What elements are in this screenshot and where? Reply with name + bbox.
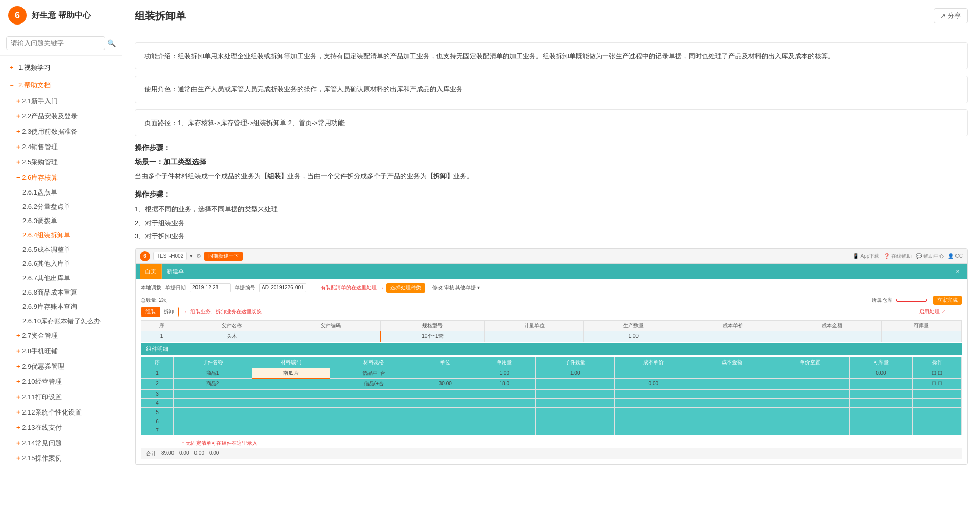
sidebar-item-dataprep[interactable]: 2.3使用前数据准备 [0, 124, 122, 139]
mock-bottom-row5: 5 [141, 407, 962, 417]
mock-footer-bar: 合计 89.00 0.00 0.00 0.00 [141, 448, 962, 459]
operation-steps-label: 操作步骤： [135, 190, 968, 199]
sidebar-item-assembly[interactable]: 2.6.4组装拆卸单 [0, 228, 122, 242]
mock-bottom-row4: 4 [141, 398, 962, 407]
page-title: 组装拆卸单 [135, 9, 186, 23]
mock-date-input[interactable]: 2019-12-28 [190, 283, 231, 292]
sidebar-item-coupon[interactable]: 2.9优惠券管理 [0, 359, 122, 374]
search-input[interactable] [6, 36, 105, 50]
share-icon: ↗ [940, 12, 946, 20]
mock-top-table-row1: 1 关木 10个~1套 1.00 [141, 331, 962, 342]
mock-component-section-title: 组件明细 [141, 343, 962, 355]
sidebar-item-video[interactable]: 1.视频学习 [0, 60, 122, 76]
main-content: 功能介绍：组装拆卸单用来处理企业组装或拆卸等加工业务，支持有固定装配清单的产品加… [122, 32, 980, 510]
sidebar-item-newbie[interactable]: 2.1新手入门 [0, 93, 122, 109]
mock-top-table-header-cost: 成本单价 [683, 320, 782, 331]
mock-warehouse-input[interactable] [896, 299, 927, 302]
steps-heading: 操作步骤： [135, 143, 968, 153]
nav-sub-items-help: 2.1新手入门 2.2产品安装及登录 2.3使用前数据准备 2.4销售管理 2.… [0, 93, 122, 466]
mock-top-table: 序 父件名称 父件编码 规格型号 计量单位 生产数量 成本单价 成本金额 可库量 [141, 320, 962, 342]
mock-docno-label: 单据编号 [235, 284, 255, 292]
sidebar-item-payment[interactable]: 2.13在线支付 [0, 420, 122, 435]
mock-bottom-table: 序 子件名称 材料编码 材料规格 单位 单用量 子件数量 成本单价 成本金额 [141, 357, 962, 435]
mock-support-icon: 💬 帮助中心 [916, 253, 944, 260]
sidebar-item-sales[interactable]: 2.4销售管理 [0, 139, 122, 155]
nav-section-help: 2.帮助文档 2.1新手入门 2.2产品安装及登录 2.3使用前数据准备 2.4… [0, 77, 122, 466]
step1: 1、根据不同的业务，选择不同单据的类型来处理 [135, 203, 968, 216]
step3: 3、对于拆卸业务 [135, 230, 968, 243]
scenario1-desc: 当由多个子件材料组装成一个成品的业务为【组装】业务，当由一个父件拆分成多个子产品… [135, 170, 968, 183]
mock-app: 6 TEST-H002 ▾ ⚙ 同期新建一下 📱 App下载 ❓ 在线帮助 💬 … [135, 249, 967, 464]
sidebar-item-purchase[interactable]: 2.5采购管理 [0, 155, 122, 170]
sidebar-item-mobile[interactable]: 2.8手机旺铺 [0, 344, 122, 359]
sidebar-item-cost-recalc[interactable]: 2.6.8商品成本重算 [0, 285, 122, 300]
sidebar-item-inventory[interactable]: 2.6库存核算 [0, 170, 122, 185]
plus-icon [8, 64, 15, 71]
app-title: 好生意 帮助中心 [32, 10, 91, 21]
mock-dropdown-icon: ▾ [190, 253, 193, 259]
sidebar-item-other-out[interactable]: 2.6.7其他出库单 [0, 271, 122, 285]
role-text: 使用角色：通常由生产人员或库管人员完成折装业务的操作，库管人员确认原材料的出库和… [144, 83, 958, 95]
step2: 2、对于组装业务 [135, 217, 968, 230]
mock-confirm-btn[interactable]: 立案完成 [933, 296, 962, 305]
sidebar-item-finance[interactable]: 2.7资金管理 [0, 328, 122, 344]
minus-icon [8, 82, 15, 89]
mock-process-btn[interactable]: 选择处理种类 [386, 283, 425, 293]
mock-bottom-table-wrapper: 序 子件名称 材料编码 材料规格 单位 单用量 子件数量 成本单价 成本金额 [141, 357, 962, 435]
screenshot-container: 6 TEST-H002 ▾ ⚙ 同期新建一下 📱 App下载 ❓ 在线帮助 💬 … [135, 248, 968, 465]
sidebar-item-transfer[interactable]: 2.6.3调拨单 [0, 214, 122, 228]
mock-top-table-header-spec: 规格型号 [380, 320, 484, 331]
mock-tab-new[interactable]: 新建单 [162, 264, 189, 279]
main-header: 组装拆卸单 ↗ 分享 [122, 0, 980, 32]
mock-footer-val2: 0.00 [179, 450, 189, 457]
main-area: 组装拆卸单 ↗ 分享 功能介绍：组装拆卸单用来处理企业组装或拆卸等加工业务，支持… [122, 0, 980, 510]
mock-type-selector[interactable]: 组装 拆卸 [141, 307, 179, 317]
sidebar-item-stocktake[interactable]: 2.6.1盘点单 [0, 185, 122, 200]
mock-extra-btn: 修改 审核 其他单据 ▾ [432, 284, 480, 292]
sidebar-item-settings[interactable]: 2.12系统个性化设置 [0, 405, 122, 420]
path-block: 页面路径：1、库存核算->库存管理->组装拆卸单 2、首页->常用功能 [135, 109, 968, 136]
mock-top-table-header-name: 父件名称 [182, 320, 281, 331]
mock-top-table-header-no: 序 [141, 320, 182, 331]
mock-top-table-header-code: 父件编码 [281, 320, 380, 331]
mock-warehouse-label: 所属仓库 [872, 297, 892, 304]
share-button[interactable]: ↗ 分享 [934, 8, 968, 23]
mock-company-selector[interactable]: TEST-H002 [153, 252, 187, 260]
sidebar-item-cost-adjust[interactable]: 2.6.5成本调整单 [0, 242, 122, 257]
mock-topbar-right: 📱 App下载 ❓ 在线帮助 💬 帮助中心 👤 CC [853, 253, 963, 260]
sidebar-item-install[interactable]: 2.2产品安装及登录 [0, 109, 122, 124]
search-button[interactable]: 🔍 [107, 39, 116, 47]
sidebar-item-stock-error[interactable]: 2.6.10库存账本错了怎么办 [0, 314, 122, 328]
mock-app-icon: 📱 App下载 [853, 253, 879, 260]
sidebar-item-management[interactable]: 2.10经营管理 [0, 374, 122, 390]
mock-close-btn[interactable]: ✕ [955, 269, 960, 274]
mock-type-assembly[interactable]: 组装 [141, 307, 160, 317]
sidebar-header: 6 好生意 帮助中心 [0, 0, 122, 31]
sidebar-item-help[interactable]: 2.帮助文档 [0, 77, 122, 93]
mock-bottom-row1: 1 商品1 南瓜片 信品中+合 1.00 1.00 [141, 368, 962, 378]
mock-help-icon: ❓ 在线帮助 [884, 253, 912, 260]
sidebar-item-other-in[interactable]: 2.6.6其他入库单 [0, 257, 122, 271]
search-box: 🔍 [0, 31, 122, 56]
mock-tab-home[interactable]: 自页 [140, 264, 162, 279]
mock-form-row-sub: 总数量: 2次 所属仓库 立案完成 [141, 296, 962, 305]
mock-new-doc-btn[interactable]: 同期新建一下 [204, 252, 243, 261]
mock-footer-val1: 89.00 [161, 450, 174, 457]
mock-bottom-row3: 3 [141, 389, 962, 398]
mock-footer-val4: 0.00 [209, 450, 219, 457]
annotation3: ← 组装业务、拆卸业务在这里切换 [184, 308, 262, 315]
sidebar-item-faq[interactable]: 2.14常见问题 [0, 435, 122, 451]
path-text: 页面路径：1、库存核算->库存管理->组装拆卸单 2、首页->常用功能 [144, 117, 958, 129]
mock-settings-icon: ⚙ [196, 253, 201, 259]
step-list: 1、根据不同的业务，选择不同单据的类型来处理 2、对于组装业务 3、对于拆卸业务 [135, 203, 968, 243]
mock-topbar: 6 TEST-H002 ▾ ⚙ 同期新建一下 📱 App下载 ❓ 在线帮助 💬 … [136, 249, 967, 264]
sidebar: 6 好生意 帮助中心 🔍 1.视频学习 2.帮助文档 2.1新手入门 2.2产品… [0, 0, 122, 510]
mock-docno-input[interactable]: AD-20191226-001 [259, 283, 306, 292]
mock-type-disassembly[interactable]: 拆卸 [160, 307, 178, 317]
sidebar-item-split-stocktake[interactable]: 2.6.2分量盘点单 [0, 200, 122, 214]
sidebar-item-cases[interactable]: 2.15操作案例 [0, 451, 122, 466]
mock-topbar-left: 6 TEST-H002 ▾ ⚙ 同期新建一下 [140, 251, 243, 261]
mock-form-area: 本地调拨 单据日期 2019-12-28 单据编号 AD-20191226-00… [136, 279, 967, 464]
sidebar-item-print[interactable]: 2.11打印设置 [0, 390, 122, 405]
sidebar-item-stock-ledger[interactable]: 2.6.9库存账本查询 [0, 300, 122, 314]
